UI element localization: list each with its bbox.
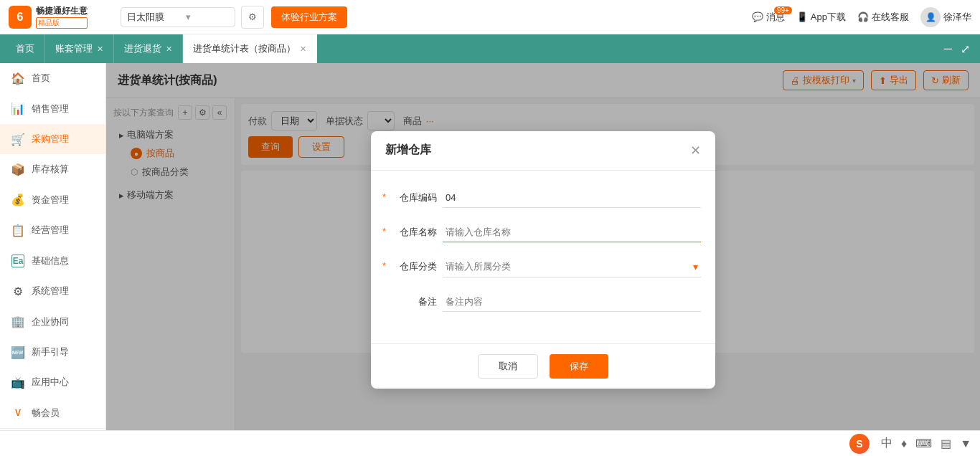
modal-footer: 取消 保存 bbox=[371, 343, 715, 389]
bottom-bar: S 中 ♦ ⌨ ▤ ▼ bbox=[0, 430, 980, 456]
warehouse-name-row: 仓库名称 bbox=[385, 222, 701, 242]
search-dropdown-icon[interactable]: ▾ bbox=[186, 11, 191, 22]
tab-bar: 首页 账套管理 ✕ 进货退货 ✕ 进货单统计表（按商品） ✕ ─ ⤢ bbox=[0, 34, 980, 63]
modal-body: 仓库编码 仓库名称 仓库分类 ▾ bbox=[371, 171, 715, 343]
message-button[interactable]: 💬 消息 99+ bbox=[752, 11, 785, 24]
sidebar-item-purchase[interactable]: 🛒 采购管理 bbox=[0, 124, 105, 154]
app-download-button[interactable]: 📱 App下载 bbox=[796, 11, 846, 24]
warehouse-category-label: 仓库分类 bbox=[385, 260, 443, 273]
purchase-icon: 🛒 bbox=[11, 133, 24, 146]
message-badge: 99+ bbox=[774, 6, 792, 14]
warehouse-name-input[interactable] bbox=[443, 222, 701, 242]
note-label: 备注 bbox=[385, 295, 443, 308]
warehouse-category-input[interactable] bbox=[446, 261, 693, 272]
inventory-icon: 📦 bbox=[11, 163, 24, 176]
warehouse-category-select-row: ▾ bbox=[443, 257, 701, 277]
finance-icon: 💰 bbox=[11, 194, 24, 206]
search-text: 日太阳膜 bbox=[127, 11, 164, 24]
system-icon: ⚙ bbox=[11, 285, 24, 298]
sidebar-item-base[interactable]: Ea 基础信息 bbox=[0, 246, 105, 276]
online-service-button[interactable]: 🎧 在线客服 bbox=[857, 11, 909, 24]
note-row: 备注 bbox=[385, 292, 701, 312]
save-button[interactable]: 保存 bbox=[550, 354, 608, 379]
note-input[interactable] bbox=[443, 292, 701, 312]
settings-button[interactable]: ⚙ bbox=[241, 6, 264, 29]
tab-purchase-return-close[interactable]: ✕ bbox=[166, 44, 172, 54]
sidebar: 🏠 首页 📊 销售管理 🛒 采购管理 📦 库存核算 💰 资金管理 📋 经营管理 … bbox=[0, 63, 106, 456]
mobile-icon: 📱 bbox=[796, 11, 808, 22]
content-area: 进货单统计(按商品) 🖨 按模板打印 ▾ ⬆ 导出 ↻ 刷新 bbox=[106, 63, 980, 456]
sound-icon[interactable]: ♦ bbox=[901, 437, 907, 450]
modal-title: 新增仓库 bbox=[385, 143, 431, 158]
logo-icon: 6 bbox=[9, 6, 32, 29]
lang-icon[interactable]: 中 bbox=[881, 436, 892, 451]
s-logo-icon: S bbox=[849, 434, 870, 454]
warehouse-code-label: 仓库编码 bbox=[385, 191, 443, 204]
warehouse-code-row: 仓库编码 bbox=[385, 188, 701, 208]
add-warehouse-modal: 新增仓库 ✕ 仓库编码 仓库名称 仓库 bbox=[371, 131, 715, 389]
sidebar-item-guide[interactable]: 🆕 新手引导 bbox=[0, 337, 105, 367]
enterprise-icon: 🏢 bbox=[11, 315, 24, 328]
keyboard-icon[interactable]: ⌨ bbox=[915, 437, 932, 450]
tab-accounts[interactable]: 账套管理 ✕ bbox=[45, 34, 114, 63]
sales-icon: 📊 bbox=[11, 103, 24, 115]
tab-expand-button[interactable]: ⤢ bbox=[956, 42, 974, 56]
vip-icon: V bbox=[11, 407, 24, 419]
sidebar-item-inventory[interactable]: 📦 库存核算 bbox=[0, 154, 105, 184]
main-layout: 🏠 首页 📊 销售管理 🛒 采购管理 📦 库存核算 💰 资金管理 📋 经营管理 … bbox=[0, 63, 980, 456]
message-icon: 💬 bbox=[752, 11, 763, 22]
warehouse-code-input[interactable] bbox=[443, 188, 701, 208]
appcenter-icon: 📺 bbox=[11, 376, 24, 389]
logo-text: 畅捷通好生意 精品版 bbox=[36, 5, 88, 29]
header-search[interactable]: 日太阳膜 ▾ bbox=[121, 7, 235, 27]
sidebar-item-business[interactable]: 📋 经营管理 bbox=[0, 215, 105, 245]
sidebar-item-finance[interactable]: 💰 资金管理 bbox=[0, 185, 105, 215]
base-icon: Ea bbox=[11, 255, 24, 267]
business-icon: 📋 bbox=[11, 224, 24, 237]
tab-accounts-close[interactable]: ✕ bbox=[97, 44, 103, 54]
tab-purchase-return[interactable]: 进货退货 ✕ bbox=[114, 34, 183, 63]
tab-home[interactable]: 首页 bbox=[6, 34, 45, 63]
warehouse-name-label: 仓库名称 bbox=[385, 226, 443, 239]
sidebar-item-appcenter[interactable]: 📺 应用中心 bbox=[0, 367, 105, 397]
sidebar-item-vip[interactable]: V 畅会员 bbox=[0, 398, 105, 428]
warehouse-category-row: 仓库分类 ▾ bbox=[385, 257, 701, 277]
guide-icon: 🆕 bbox=[11, 346, 24, 358]
modal-close-button[interactable]: ✕ bbox=[690, 143, 701, 158]
sidebar-item-enterprise[interactable]: 🏢 企业协同 bbox=[0, 306, 105, 336]
sidebar-item-sales[interactable]: 📊 销售管理 bbox=[0, 93, 105, 123]
tab-purchase-stat-close[interactable]: ✕ bbox=[300, 44, 306, 54]
header-right: 💬 消息 99+ 📱 App下载 🎧 在线客服 👤 徐泽华 bbox=[752, 7, 971, 27]
bottom-icons: 中 ♦ ⌨ ▤ ▼ bbox=[881, 436, 971, 451]
category-dropdown-icon[interactable]: ▾ bbox=[693, 261, 698, 272]
cancel-button[interactable]: 取消 bbox=[478, 354, 538, 379]
user-profile-button[interactable]: 👤 徐泽华 bbox=[920, 7, 971, 27]
trial-button[interactable]: 体验行业方案 bbox=[271, 6, 347, 28]
headset-icon: 🎧 bbox=[857, 11, 869, 22]
show-desktop-icon[interactable]: ▼ bbox=[960, 437, 971, 450]
logo-area: 6 畅捷通好生意 精品版 bbox=[9, 5, 115, 29]
modal-overlay: 新增仓库 ✕ 仓库编码 仓库名称 仓库 bbox=[106, 63, 980, 456]
avatar: 👤 bbox=[920, 7, 941, 27]
modal-header: 新增仓库 ✕ bbox=[371, 131, 715, 171]
home-icon: 🏠 bbox=[11, 72, 24, 85]
tab-purchase-stat[interactable]: 进货单统计表（按商品） ✕ bbox=[183, 34, 317, 63]
tab-minimize-button[interactable]: ─ bbox=[940, 42, 956, 55]
taskbar-icon[interactable]: ▤ bbox=[941, 437, 951, 450]
sidebar-item-home[interactable]: 🏠 首页 bbox=[0, 63, 105, 93]
sidebar-item-system[interactable]: ⚙ 系统管理 bbox=[0, 276, 105, 306]
top-header: 6 畅捷通好生意 精品版 日太阳膜 ▾ ⚙ 体验行业方案 💬 消息 99+ 📱 … bbox=[0, 0, 980, 34]
